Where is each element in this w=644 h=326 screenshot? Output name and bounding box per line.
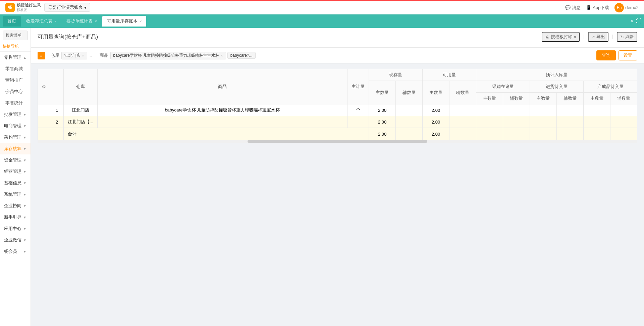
total-stock-aux xyxy=(396,128,423,140)
sidebar-group-enterprise-header[interactable]: 企业协同 ▼ xyxy=(0,200,31,212)
product-tag-babycare2: babycare?... xyxy=(227,52,256,59)
maximize-icon[interactable]: ⛶ xyxy=(636,18,641,24)
sidebar-group-guide-header[interactable]: 新手引导 ▼ xyxy=(0,212,31,223)
sidebar-group-purchase-header[interactable]: 采购管理 ▼ xyxy=(0,132,31,143)
sidebar-group-retail-header[interactable]: 零售管理 ▲ xyxy=(0,52,31,63)
th-purchase-transit: 采购在途量 xyxy=(476,81,530,93)
page-title-row: 可用量查询(按仓库+商品) 🖨 按模板打印 ▾ ↗ 导出 ↻ xyxy=(38,32,637,42)
tab-available-stock[interactable]: 可用量库存账本 × xyxy=(102,16,146,27)
divider-2 xyxy=(612,35,613,39)
sidebar-item-retail-mall[interactable]: 零售商城 xyxy=(0,63,31,75)
query-btn[interactable]: 查询 xyxy=(596,50,616,60)
tab-order-stats-label: 要货单统计表 xyxy=(66,18,93,24)
filter-expand-btn[interactable]: » xyxy=(38,52,45,59)
sidebar-group-finance-header[interactable]: 资金管理 ▼ xyxy=(0,154,31,166)
sidebar-item-marketing[interactable]: 营销推广 xyxy=(0,75,31,86)
sidebar-item-members[interactable]: 会员中心 xyxy=(0,86,31,97)
close-all-icon[interactable]: × xyxy=(630,18,633,24)
sidebar-group-system-header[interactable]: 系统管理 ▼ xyxy=(0,189,31,200)
search-menu-btn[interactable]: 搜索菜单 xyxy=(3,31,28,40)
messages-label: 消息 xyxy=(572,5,581,11)
sidebar-group-apps: 应用中心 ▼ xyxy=(0,223,31,234)
row1-finished-aux xyxy=(610,104,637,116)
row2-finished-main xyxy=(584,116,610,128)
row2-stock-aux xyxy=(396,116,423,128)
export-label: 导出 xyxy=(596,34,605,40)
purchase-label: 采购管理 xyxy=(4,134,21,140)
wechat-label: 企业微信 xyxy=(4,237,21,243)
system-label: 系统管理 xyxy=(4,191,21,197)
app-download-label: App下载 xyxy=(593,5,609,11)
product-tag-babycare-close[interactable]: × xyxy=(221,53,223,57)
basic-expand-icon: ▼ xyxy=(23,181,26,185)
finance-label: 资金管理 xyxy=(4,157,21,163)
tab-order-stats-close[interactable]: × xyxy=(95,19,97,23)
industry-label: 母婴行业演示账套 xyxy=(48,4,83,10)
purchase-expand-icon: ▼ xyxy=(23,136,26,139)
scrollbar-thumb[interactable] xyxy=(248,140,427,143)
tab-available-stock-close[interactable]: × xyxy=(140,19,142,23)
basic-label: 基础信息 xyxy=(4,180,21,186)
table-row-subtotal: 2 江北门店【... 2.00 2.00 xyxy=(38,116,637,128)
messages-btn[interactable]: 💬 消息 xyxy=(565,5,581,11)
row2-finished-aux xyxy=(610,116,637,128)
th-finished-aux: 辅数量 xyxy=(610,93,637,104)
top-bar-right: 💬 消息 📱 App下载 Ea demo2 xyxy=(565,3,639,12)
enterprise-label: 企业协同 xyxy=(4,203,21,209)
total-label: 合计 xyxy=(64,128,369,140)
filter-row: » 仓库 江北门店 × ... 商品 babycare学饮杯 儿童防摔防撞吸管杯… xyxy=(31,48,644,63)
sidebar-group-ecommerce-header[interactable]: 电商管理 ▼ xyxy=(0,120,31,132)
logo-text-area: 畅捷通好生意 标准版 xyxy=(17,3,41,12)
th-finished-main: 主数量 xyxy=(584,93,610,104)
sidebar-item-retail-stats[interactable]: 零售统计 xyxy=(0,97,31,109)
th-available: 可用量 xyxy=(423,69,476,81)
total-finished-aux xyxy=(610,128,637,140)
tab-receive-pay[interactable]: 收发存汇总表 × xyxy=(21,16,61,27)
th-product: 商品 xyxy=(97,69,347,104)
retail-expand-icon: ▲ xyxy=(23,56,26,59)
industry-selector[interactable]: 母婴行业演示账套 ▾ xyxy=(44,3,90,12)
sidebar-group-basic-header[interactable]: 基础信息 ▼ xyxy=(0,177,31,189)
quick-nav-btn[interactable]: 快捷导航 xyxy=(0,42,31,52)
sidebar-group-member: 畅会员 ▼ xyxy=(0,246,31,257)
print-dropdown-icon: ▾ xyxy=(574,35,576,40)
th-finished-wait: 产成品待入量 xyxy=(584,81,637,93)
row1-stock-main: 2.00 xyxy=(369,104,396,116)
tab-receive-pay-label: 收发存汇总表 xyxy=(26,18,52,24)
th-purchase-main: 主数量 xyxy=(476,93,503,104)
apps-expand-icon: ▼ xyxy=(23,227,26,231)
operations-label: 经营管理 xyxy=(4,169,21,175)
ecommerce-expand-icon: ▼ xyxy=(23,124,26,128)
refresh-btn[interactable]: ↻ 刷新 xyxy=(617,32,637,42)
warehouse-tag-close[interactable]: × xyxy=(82,53,84,57)
tab-available-stock-label: 可用量库存账本 xyxy=(107,18,138,24)
tab-receive-pay-close[interactable]: × xyxy=(54,19,56,23)
sidebar-group-wechat: 企业微信 ▼ xyxy=(0,234,31,246)
row2-settings xyxy=(38,116,50,128)
horizontal-scrollbar[interactable] xyxy=(38,140,637,143)
sidebar-group-apps-header[interactable]: 应用中心 ▼ xyxy=(0,223,31,234)
sidebar-group-member-header[interactable]: 畅会员 ▼ xyxy=(0,246,31,257)
settings-btn[interactable]: 设置 xyxy=(619,50,637,60)
sidebar-group-wechat-header[interactable]: 企业微信 ▼ xyxy=(0,234,31,246)
app-logo: 畅 xyxy=(5,3,15,12)
print-btn[interactable]: 🖨 按模板打印 ▾ xyxy=(542,32,580,42)
sidebar-group-operations-header[interactable]: 经营管理 ▼ xyxy=(0,166,31,177)
sidebar-group-wholesale-header[interactable]: 批发管理 ▼ xyxy=(0,109,31,120)
user-avatar-area[interactable]: Ea demo2 xyxy=(614,3,639,12)
th-unit: 主计量 xyxy=(347,69,369,104)
wechat-expand-icon: ▼ xyxy=(23,238,26,242)
tab-home[interactable]: 首页 xyxy=(3,16,21,27)
tab-home-label: 首页 xyxy=(7,18,16,24)
export-btn[interactable]: ↗ 导出 xyxy=(588,32,608,42)
divider-1 xyxy=(584,35,584,39)
warehouse-tag-text: 江北门店 xyxy=(64,53,80,58)
system-expand-icon: ▼ xyxy=(23,193,26,196)
sidebar-group-stock-header[interactable]: 库存核算 ▼ xyxy=(0,143,31,154)
row2-purchase-main xyxy=(476,116,503,128)
tab-order-stats[interactable]: 要货单统计表 × xyxy=(62,16,101,27)
settings-icon[interactable]: ⚙ xyxy=(42,84,46,89)
total-row: 合计 2.00 2.00 xyxy=(38,128,637,140)
app-download-btn[interactable]: 📱 App下载 xyxy=(586,5,609,11)
warehouse-more-btn[interactable]: ... xyxy=(89,53,92,58)
